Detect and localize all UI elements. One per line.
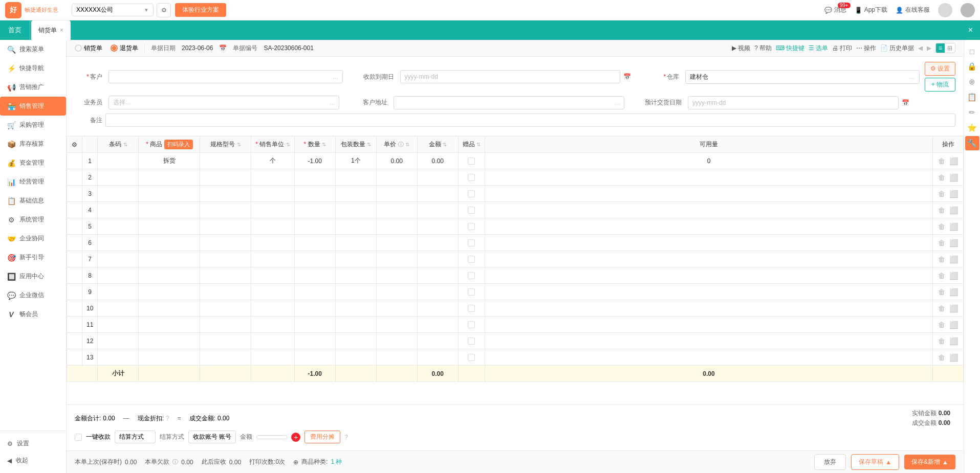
scan-button[interactable]: 扫码录入 bbox=[164, 140, 193, 149]
select-button[interactable]: ☰ 选单 bbox=[809, 44, 828, 53]
cell-spec-4[interactable] bbox=[200, 218, 251, 235]
cell-barcode-4[interactable] bbox=[98, 218, 139, 235]
remark-input[interactable] bbox=[105, 114, 955, 127]
rp-icon-6[interactable]: ⭐ bbox=[965, 121, 979, 135]
delete-icon-12[interactable]: 🗑 bbox=[938, 353, 945, 362]
cell-unit-3[interactable] bbox=[251, 202, 294, 218]
account-select[interactable]: 收款账号 账号 bbox=[188, 431, 236, 443]
nav-forward-icon[interactable]: ▶ bbox=[927, 44, 931, 52]
cell-price-6[interactable] bbox=[376, 251, 417, 267]
radio-sales-order[interactable]: 销货单 bbox=[75, 44, 102, 53]
save-new-button[interactable]: 保存&新增 ▲ bbox=[904, 455, 955, 469]
cell-price-1[interactable] bbox=[376, 169, 417, 186]
cell-price-0[interactable]: 0.00 bbox=[376, 153, 417, 169]
cell-spec-8[interactable] bbox=[200, 284, 251, 300]
warehouse-input[interactable]: 建材仓 ... bbox=[685, 70, 920, 84]
calendar-icon[interactable]: 📅 bbox=[219, 44, 227, 52]
cell-qty-0[interactable]: -1.00 bbox=[294, 153, 335, 169]
cell-unit-12[interactable] bbox=[251, 349, 294, 366]
delete-icon-3[interactable]: 🗑 bbox=[938, 206, 945, 214]
customer-input[interactable]: ... bbox=[108, 70, 343, 83]
sidebar-item-vip[interactable]: V 畅会员 bbox=[0, 305, 66, 324]
cell-amount-6[interactable] bbox=[417, 251, 458, 267]
cell-qty-6[interactable] bbox=[294, 251, 335, 267]
sidebar-search[interactable]: 🔍 搜索菜单 bbox=[0, 40, 66, 59]
cell-price-4[interactable] bbox=[376, 218, 417, 235]
cell-pkg-qty-0[interactable]: 1个 bbox=[335, 153, 376, 169]
cell-price-12[interactable] bbox=[376, 349, 417, 366]
app-download-button[interactable]: 📱 App下载 bbox=[855, 6, 887, 14]
rp-icon-7[interactable]: 🔧 bbox=[965, 136, 979, 150]
sidebar-item-collab[interactable]: 🤝 企业协同 bbox=[0, 229, 66, 248]
sidebar-item-guide[interactable]: 🎯 新手引导 bbox=[0, 248, 66, 267]
cell-product-7[interactable] bbox=[139, 267, 200, 284]
cell-amount-3[interactable] bbox=[417, 202, 458, 218]
cell-unit-0[interactable]: 个 bbox=[251, 153, 294, 169]
cell-barcode-9[interactable] bbox=[98, 300, 139, 317]
price-info-icon[interactable]: ⓘ bbox=[398, 141, 404, 147]
cell-spec-0[interactable] bbox=[200, 153, 251, 169]
copy-icon-10[interactable]: ⬜ bbox=[949, 321, 958, 329]
cell-barcode-8[interactable] bbox=[98, 284, 139, 300]
sidebar-item-purchase[interactable]: 🛒 采购管理 bbox=[0, 116, 66, 134]
cell-qty-12[interactable] bbox=[294, 349, 335, 366]
cell-pkg-qty-1[interactable] bbox=[335, 169, 376, 186]
cell-price-2[interactable] bbox=[376, 186, 417, 202]
cell-spec-5[interactable] bbox=[200, 235, 251, 251]
cell-pkg-qty-10[interactable] bbox=[335, 317, 376, 333]
delete-icon-1[interactable]: 🗑 bbox=[938, 173, 945, 182]
cell-qty-3[interactable] bbox=[294, 202, 335, 218]
cell-gift-3[interactable] bbox=[458, 202, 485, 218]
sidebar-collapse-button[interactable]: ◀ 收起 bbox=[0, 452, 66, 469]
rp-icon-3[interactable]: ⊕ bbox=[965, 75, 979, 89]
copy-icon-7[interactable]: ⬜ bbox=[949, 272, 958, 280]
add-payment-button[interactable]: + bbox=[291, 433, 300, 442]
trial-button[interactable]: 体验行业方案 bbox=[175, 3, 226, 17]
cell-unit-11[interactable] bbox=[251, 333, 294, 349]
cell-qty-2[interactable] bbox=[294, 186, 335, 202]
amount-input[interactable] bbox=[256, 435, 287, 439]
cell-pkg-qty-8[interactable] bbox=[335, 284, 376, 300]
cell-qty-4[interactable] bbox=[294, 218, 335, 235]
cell-product-2[interactable] bbox=[139, 186, 200, 202]
cell-barcode-10[interactable] bbox=[98, 317, 139, 333]
copy-icon-5[interactable]: ⬜ bbox=[949, 239, 958, 247]
help-button[interactable]: ? 帮助 bbox=[754, 44, 772, 53]
cell-unit-5[interactable] bbox=[251, 235, 294, 251]
cell-barcode-2[interactable] bbox=[98, 186, 139, 202]
cell-unit-9[interactable] bbox=[251, 300, 294, 317]
sort-spec-icon[interactable]: ⇅ bbox=[237, 142, 241, 147]
copy-icon-1[interactable]: ⬜ bbox=[949, 173, 958, 182]
sort-gift-icon[interactable]: ⇅ bbox=[476, 142, 481, 147]
print-button[interactable]: 🖨 打印 bbox=[832, 44, 852, 53]
cell-gift-5[interactable] bbox=[458, 235, 485, 251]
cell-pkg-qty-4[interactable] bbox=[335, 218, 376, 235]
cell-pkg-qty-7[interactable] bbox=[335, 267, 376, 284]
sort-barcode-icon[interactable]: ⇅ bbox=[123, 142, 127, 147]
sidebar-item-finance[interactable]: 💰 资金管理 bbox=[0, 153, 66, 172]
cell-qty-1[interactable] bbox=[294, 169, 335, 186]
cell-unit-8[interactable] bbox=[251, 284, 294, 300]
list-view-button[interactable]: ≡ bbox=[936, 43, 945, 53]
cell-product-5[interactable] bbox=[139, 235, 200, 251]
cell-spec-3[interactable] bbox=[200, 202, 251, 218]
copy-icon-2[interactable]: ⬜ bbox=[949, 190, 958, 198]
delete-icon-9[interactable]: 🗑 bbox=[938, 304, 945, 312]
customer-addr-input[interactable]: ... bbox=[394, 96, 624, 109]
history-button[interactable]: 📄 历史单据 bbox=[880, 44, 914, 53]
delete-icon-5[interactable]: 🗑 bbox=[938, 239, 945, 247]
cell-gift-10[interactable] bbox=[458, 317, 485, 333]
delete-icon-10[interactable]: 🗑 bbox=[938, 321, 945, 329]
messages-button[interactable]: 💬 消息 99+ bbox=[824, 6, 846, 14]
cell-product-11[interactable] bbox=[139, 333, 200, 349]
action-button[interactable]: ⋯ 操作 bbox=[856, 44, 876, 53]
cell-amount-8[interactable] bbox=[417, 284, 458, 300]
cell-product-9[interactable] bbox=[139, 300, 200, 317]
cell-gift-8[interactable] bbox=[458, 284, 485, 300]
sort-amount-icon[interactable]: ⇅ bbox=[443, 142, 447, 147]
cell-qty-7[interactable] bbox=[294, 267, 335, 284]
online-service-button[interactable]: 👤 在线客服 bbox=[896, 6, 930, 14]
cell-gift-12[interactable] bbox=[458, 349, 485, 366]
nav-back-icon[interactable]: ◀ bbox=[918, 44, 923, 52]
cell-gift-4[interactable] bbox=[458, 218, 485, 235]
